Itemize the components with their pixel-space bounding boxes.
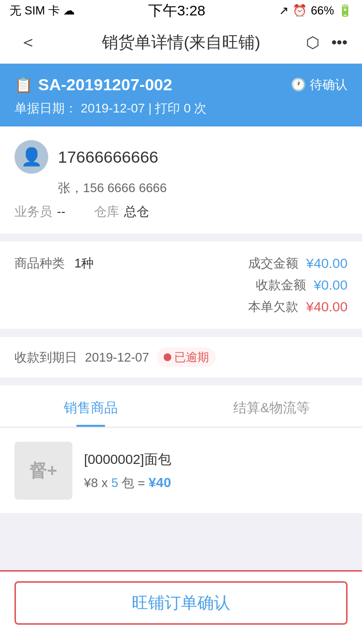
customer-phone: 17666666666 [58,148,158,167]
category-value: 1种 [74,255,94,272]
confirm-order-button[interactable]: 旺铺订单确认 [14,581,348,625]
nav-actions: ⬡ ••• [306,33,348,52]
product-item: 督+ [0000002]面包 ¥8 x 5 包 = ¥40 [0,428,362,514]
product-total: ¥40 [149,475,171,490]
warehouse-label: 仓库 [94,203,119,220]
amount-label: 成交金额 [248,255,298,272]
product-quantity: 5 [111,476,118,490]
product-thumbnail: 督+ [14,442,72,500]
summary-card: 商品种类 1种 成交金额 ¥40.00 收款金额 ¥0.00 本单欠款 ¥40.… [0,241,362,329]
due-date-value: 2019-12-07 [85,350,149,365]
sim-label: 无 SIM 卡 ☁ [10,3,75,18]
clock-icon: 🕐 [291,77,306,92]
customer-meta: 业务员 -- 仓库 总仓 [14,203,348,220]
owed-value: ¥40.00 [306,299,348,315]
amount-value: ¥40.00 [306,256,348,271]
bottom-bar: 旺铺订单确认 [0,570,362,644]
due-date-card: 收款到期日 2019-12-07 已逾期 [0,336,362,378]
overdue-dot-icon [164,353,171,361]
owed-label: 本单欠款 [248,298,298,315]
warehouse-meta: 仓库 总仓 [94,203,149,220]
staff-value: -- [57,204,65,219]
product-price: ¥8 x 5 包 = ¥40 [84,475,348,491]
avatar: 👤 [14,140,48,174]
amount-row: 成交金额 ¥40.00 [248,255,348,272]
received-row: 收款金额 ¥0.00 [256,277,348,294]
staff-label: 业务员 [14,203,52,220]
category-label: 商品种类 [14,255,65,272]
product-list: 督+ [0000002]面包 ¥8 x 5 包 = ¥40 [0,428,362,514]
received-value: ¥0.00 [314,278,348,293]
due-label: 收款到期日 [14,349,77,366]
status-text: 待确认 [310,76,348,93]
order-icon: 📋 [14,76,32,93]
status-bar: 无 SIM 卡 ☁ 下午3:28 ↗ ⏰ 66% 🔋 [0,0,362,21]
tab-sales-products[interactable]: 销售商品 [0,385,181,427]
overdue-badge: 已逾期 [157,348,216,367]
status-time: 下午3:28 [148,1,205,21]
product-name: [0000002]面包 [84,450,348,469]
alarm-icon: ⏰ [292,4,307,17]
customer-name: 张，156 6666 6666 [58,180,348,196]
page-title: 销货单详情(来自旺铺) [102,31,261,54]
battery-label: 66% [311,4,334,17]
avatar-icon: 👤 [21,147,42,167]
status-right: ↗ ⏰ 66% 🔋 [279,4,352,17]
location-icon: ↗ [279,4,289,17]
back-button[interactable]: ＜ [14,26,42,59]
status-left: 无 SIM 卡 ☁ [10,3,75,18]
battery-icon: 🔋 [338,4,352,17]
warehouse-value: 总仓 [124,203,149,220]
customer-card: 👤 17666666666 张，156 6666 6666 业务员 -- 仓库 … [0,126,362,234]
thumb-logo: 督+ [29,459,57,483]
tabs: 销售商品 结算&物流等 [0,385,362,427]
nav-bar: ＜ 销货单详情(来自旺铺) ⬡ ••• [0,21,362,64]
summary-right: 成交金额 ¥40.00 收款金额 ¥0.00 本单欠款 ¥40.00 [248,255,348,315]
order-date: 单据日期： 2019-12-07 | 打印 0 次 [14,100,348,117]
owed-row: 本单欠款 ¥40.00 [248,298,348,315]
order-header-card: 📋 SA-20191207-002 🕐 待确认 单据日期： 2019-12-07… [0,64,362,126]
order-id: 📋 SA-20191207-002 [14,75,172,94]
more-icon[interactable]: ••• [331,33,348,51]
share-icon[interactable]: ⬡ [306,33,320,52]
overdue-text: 已逾期 [174,350,209,365]
summary-left: 商品种类 1种 [14,255,248,272]
staff-meta: 业务员 -- [14,203,65,220]
product-info: [0000002]面包 ¥8 x 5 包 = ¥40 [84,450,348,491]
received-label: 收款金额 [256,277,306,294]
order-status-badge: 🕐 待确认 [291,76,348,93]
tab-settlement[interactable]: 结算&物流等 [181,385,362,427]
